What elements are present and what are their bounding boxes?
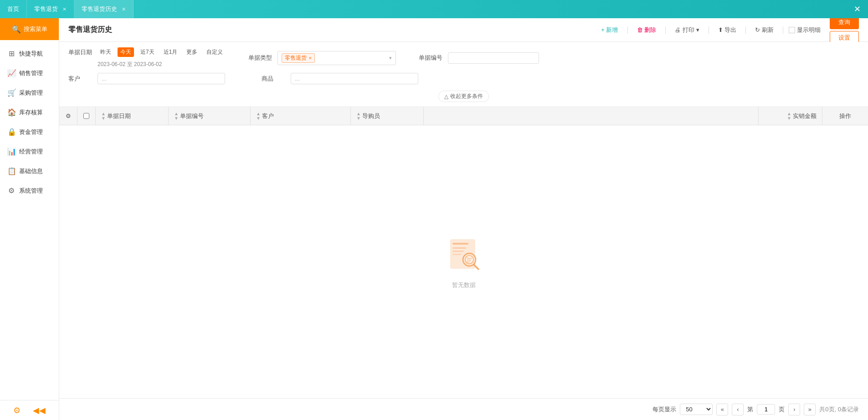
date-opt-last7[interactable]: 近7天 [138, 47, 157, 57]
table-area: ⚙ ▲▼ 单据日期 ▲▼ 单据编号 [59, 107, 868, 398]
collapse-row: △ 收起更多条件 [68, 89, 859, 103]
customer-sort-icon[interactable]: ▲▼ [256, 112, 261, 121]
show-detail-toggle[interactable]: 显示明细 [789, 26, 821, 34]
th-spacer [424, 107, 759, 125]
th-settings[interactable]: ⚙ [59, 107, 77, 125]
table-header: ⚙ ▲▼ 单据日期 ▲▼ 单据编号 [59, 107, 868, 125]
next-page-button[interactable]: › [788, 404, 800, 415]
new-button[interactable]: + 新增 [597, 24, 621, 36]
bill-type-tag-close[interactable]: × [308, 55, 311, 61]
amount-sort-icon[interactable]: ▲▼ [787, 112, 791, 121]
bill-no-input-wrap [448, 52, 539, 64]
system-icon: ⚙ [7, 186, 15, 195]
goods-input-wrap[interactable]: ... [291, 73, 418, 84]
date-opt-more[interactable]: 更多 [184, 47, 200, 57]
sidebar-item-finance[interactable]: 🔒 资金管理 [0, 122, 59, 142]
sidebar-item-inventory[interactable]: 🏠 库存核算 [0, 102, 59, 122]
customer-input-wrap[interactable]: ... [98, 73, 225, 84]
bill-type-dropdown-icon[interactable]: ▾ [389, 55, 392, 61]
sidebar-item-sales[interactable]: 📈 销售管理 [0, 63, 59, 83]
new-button-label: + 新增 [601, 26, 618, 34]
sidebar-item-system-label: 系统管理 [19, 187, 43, 195]
th-op-label: 操作 [839, 112, 851, 120]
tab-return-history[interactable]: 零售退货历史 ✕ [74, 0, 134, 18]
last-page-button[interactable]: » [804, 404, 816, 415]
sidebar-item-purchase[interactable]: 🛒 采购管理 [0, 83, 59, 102]
sidebar-search-button[interactable]: 🔍 搜索菜单 [0, 18, 59, 40]
sidebar-search-label: 搜索菜单 [24, 25, 47, 33]
search-icon: 🔍 [12, 25, 21, 34]
prev-page-icon: ‹ [737, 406, 739, 413]
empty-illustration [441, 235, 487, 276]
collapse-up-icon: △ [444, 93, 448, 100]
sidebar-item-basic-info[interactable]: 📋 基础信息 [0, 161, 59, 181]
query-button[interactable]: 查询 [830, 18, 859, 29]
tab-return-label: 零售退货 [34, 5, 58, 13]
bill-no-input[interactable] [452, 55, 535, 61]
top-bar: 首页 零售退货 ✕ 零售退货历史 ✕ ✕ [0, 0, 868, 18]
date-filter-label: 单据日期 [68, 48, 94, 56]
window-close-button[interactable]: ✕ [847, 4, 868, 14]
date-opt-yesterday[interactable]: 昨天 [98, 47, 114, 57]
page-suffix: 页 [779, 405, 785, 414]
svg-rect-3 [452, 251, 464, 252]
inventory-icon: 🏠 [7, 108, 15, 117]
billno-sort-icon[interactable]: ▲▼ [174, 112, 179, 121]
sidebar-item-purchase-label: 采购管理 [19, 89, 43, 97]
date-opt-custom[interactable]: 自定义 [204, 47, 226, 57]
delete-button-label: 🗑 删除 [637, 26, 657, 34]
goods-label: 商品 [262, 75, 287, 83]
date-opt-last-month[interactable]: 近1月 [161, 47, 180, 57]
bill-type-select[interactable]: 零售退货 × ▾ [277, 51, 396, 65]
header-actions: + 新增 🗑 删除 🖨 打印 ▾ ⬆ 导出 ↻ 刷新 [597, 18, 859, 45]
delete-button[interactable]: 🗑 删除 [633, 24, 660, 36]
sidebar-nav: ⊞ 快捷导航 📈 销售管理 🛒 采购管理 🏠 库存核算 🔒 资金管理 📊 [0, 40, 59, 400]
first-page-icon: « [721, 406, 724, 413]
prev-page-button[interactable]: ‹ [732, 404, 744, 415]
tab-return[interactable]: 零售退货 ✕ [27, 0, 74, 18]
print-dropdown-icon[interactable]: ▾ [696, 26, 699, 33]
sidebar-item-system[interactable]: ⚙ 系统管理 [0, 181, 59, 200]
refresh-button-label: ↻ 刷新 [755, 26, 774, 34]
quick-nav-icon: ⊞ [7, 49, 15, 58]
refresh-button[interactable]: ↻ 刷新 [751, 24, 777, 36]
date-sort-icon[interactable]: ▲▼ [101, 112, 106, 121]
date-opt-today[interactable]: 今天 [118, 47, 134, 57]
page-number-input[interactable] [757, 404, 775, 415]
sidebar-volume-icon[interactable]: ◀◀ [33, 405, 46, 415]
export-button[interactable]: ⬆ 导出 [714, 24, 740, 36]
print-button[interactable]: 🖨 打印 ▾ [671, 24, 703, 36]
customer-dots: ... [102, 75, 107, 82]
th-date-label: 单据日期 [107, 112, 131, 120]
select-all-checkbox[interactable] [83, 113, 89, 119]
sidebar-item-quick-nav[interactable]: ⊞ 快捷导航 [0, 44, 59, 63]
empty-state: 暂无数据 [59, 125, 868, 398]
divider2 [665, 26, 666, 34]
date-options: 昨天 今天 近7天 近1月 更多 自定义 [98, 47, 226, 57]
tab-list: 首页 零售退货 ✕ 零售退货历史 ✕ [0, 0, 847, 18]
page-title: 零售退货历史 [68, 25, 597, 35]
sidebar-item-operations-label: 经营管理 [19, 148, 43, 156]
guide-sort-icon[interactable]: ▲▼ [356, 112, 361, 121]
show-detail-checkbox[interactable] [789, 27, 795, 33]
sidebar-settings-icon[interactable]: ⚙ [13, 405, 21, 415]
sidebar-bottom: ⚙ ◀◀ [0, 400, 59, 420]
sidebar-item-operations[interactable]: 📊 经营管理 [0, 142, 59, 161]
tab-return-close[interactable]: ✕ [62, 6, 67, 12]
tab-home-label: 首页 [7, 5, 19, 13]
operations-icon: 📊 [7, 147, 15, 156]
collapse-button[interactable]: △ 收起更多条件 [438, 91, 489, 102]
filter-area: 单据日期 昨天 今天 近7天 近1月 更多 自定义 2023-06-02 至 2… [59, 42, 868, 107]
per-page-select[interactable]: 10 20 50 100 [680, 404, 713, 415]
tab-home[interactable]: 首页 [0, 0, 27, 18]
settings-icon: ⚙ [66, 113, 71, 119]
tab-return-history-close[interactable]: ✕ [122, 6, 126, 12]
main-layout: 🔍 搜索菜单 ⊞ 快捷导航 📈 销售管理 🛒 采购管理 🏠 库存核算 🔒 [0, 18, 868, 420]
export-button-label: ⬆ 导出 [718, 26, 737, 34]
sidebar-item-inventory-label: 库存核算 [19, 108, 43, 117]
first-page-button[interactable]: « [716, 404, 728, 415]
th-billno: ▲▼ 单据编号 [169, 107, 251, 125]
last-page-icon: » [808, 406, 812, 413]
th-customer: ▲▼ 客户 [251, 107, 351, 125]
th-checkbox[interactable] [77, 107, 96, 125]
